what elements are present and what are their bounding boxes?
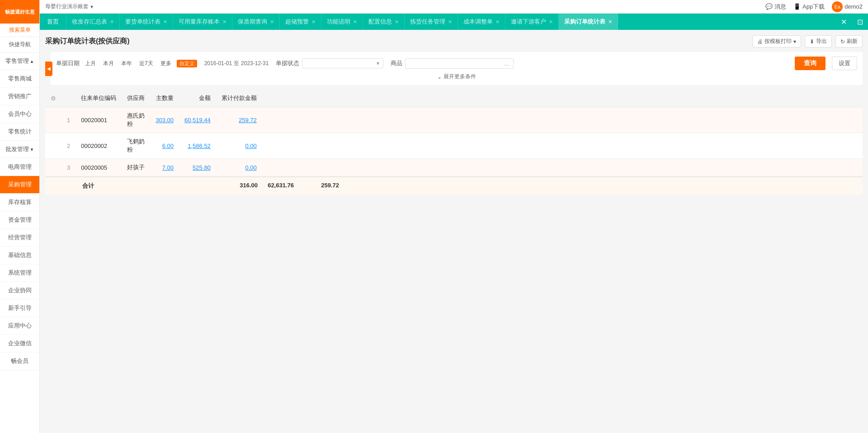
tab-shoufacun[interactable]: 收发存汇总表 ✕	[66, 14, 120, 30]
chevron-down-icon: ⌄	[437, 74, 442, 80]
sidebar-item-ecommerce[interactable]: 电商管理	[0, 158, 39, 176]
sidebar-item-wholesale[interactable]: 批发管理 ▼	[0, 141, 39, 158]
row-paid-2[interactable]: 0.00	[216, 159, 262, 176]
tab-keyongliang[interactable]: 可用量库存账本 ✕	[173, 14, 232, 30]
custom-date-tag[interactable]: 自定义	[177, 60, 197, 67]
sidebar-item-retail-stat[interactable]: 零售统计	[0, 123, 39, 141]
row-amount-2[interactable]: 525.80	[179, 159, 216, 176]
tab-jianhuo[interactable]: 拣货任务管理 ✕	[405, 14, 458, 30]
tab-peizhi[interactable]: 配置信息 ✕	[363, 14, 405, 30]
shortcut-7days[interactable]: 近7天	[137, 59, 156, 68]
shortcut-this-month[interactable]: 本月	[100, 59, 117, 68]
maximize-tab[interactable]: ⊡	[852, 14, 868, 30]
topbar: 母婴行业演示账套 ▾ 💬 消息 📱 App下载 Ea demo2	[40, 0, 868, 14]
close-tab-window[interactable]: ✕	[835, 14, 852, 30]
tab-yaohuo[interactable]: 要货单统计表 ✕	[120, 14, 173, 30]
sidebar-item-retail[interactable]: 零售管理 ▲	[0, 52, 39, 70]
tab-yaoqing[interactable]: 邀请下游客户 ✕	[505, 14, 559, 30]
row-code-1: 00020002	[75, 133, 122, 159]
app-download-label: App下载	[802, 3, 825, 11]
workspace-selector[interactable]: 母婴行业演示账套 ▾	[45, 3, 93, 10]
sidebar-item-wechat[interactable]: 企业微信	[0, 335, 39, 352]
tab-home[interactable]: 首页	[40, 14, 66, 30]
col-extra	[262, 90, 863, 107]
sidebar-item-vip[interactable]: 畅会员	[0, 352, 39, 370]
col-settings: ⚙	[45, 90, 61, 107]
settings-button[interactable]: 设置	[832, 57, 857, 70]
print-button[interactable]: 🖨 按模板打印 ▾	[752, 35, 801, 48]
message-label: 消息	[774, 3, 786, 11]
sidebar-item-finance[interactable]: 资金管理	[0, 211, 39, 229]
date-filter-item: 单据日期 上月 本月 本年 近7天 更多 自定义	[56, 59, 197, 68]
table-row: 3 00020005 好孩子 7.00 525.80 0.00	[45, 159, 863, 176]
app-download-button[interactable]: 📱 App下载	[793, 3, 825, 11]
refresh-button[interactable]: ↻ 刷新	[835, 35, 863, 48]
row-qty-0[interactable]: 303.00	[150, 107, 179, 133]
sidebar-item-marketing[interactable]: 营销推广	[0, 88, 39, 105]
footer-quantity: 316.00	[227, 182, 263, 190]
close-tab-9[interactable]: ✕	[495, 19, 500, 25]
shortcut-last-month[interactable]: 上月	[82, 59, 99, 68]
query-button[interactable]: 查询	[795, 57, 826, 70]
row-settings-2	[45, 159, 61, 176]
sidebar-item-nav[interactable]: 快捷导航	[0, 37, 39, 52]
status-chevron-icon: ▾	[377, 60, 379, 67]
goods-input[interactable]	[409, 60, 502, 67]
sidebar-item-purchase[interactable]: 采购管理	[0, 176, 39, 194]
sidebar-item-inventory[interactable]: 库存核算	[0, 194, 39, 211]
col-quantity: 主数量	[150, 90, 179, 107]
close-tab-6[interactable]: ✕	[353, 19, 357, 25]
tab-baozhi[interactable]: 保质期查询 ✕	[232, 14, 280, 30]
close-tab-1[interactable]: ✕	[110, 19, 114, 25]
row-paid-1[interactable]: 0.00	[216, 133, 262, 159]
filter-row: 单据日期 上月 本月 本年 近7天 更多 自定义 2016-01-01 至 20…	[56, 57, 857, 70]
sidebar-item-retail-shop[interactable]: 零售商城	[0, 70, 39, 88]
date-to: 2023-12-31	[241, 60, 269, 67]
sidebar-item-apps[interactable]: 应用中心	[0, 317, 39, 335]
sidebar-item-enterprise[interactable]: 企业协同	[0, 282, 39, 300]
shortcut-more[interactable]: 更多	[158, 59, 174, 68]
tab-chaochu[interactable]: 超储预警 ✕	[280, 14, 321, 30]
sidebar-item-newbie[interactable]: 新手引导	[0, 300, 39, 317]
export-button[interactable]: ⬇ 导出	[805, 35, 832, 48]
arrow-icon-2: ▼	[30, 147, 34, 152]
sidebar-item-operation[interactable]: 经营管理	[0, 229, 39, 247]
status-select[interactable]: ▾	[302, 58, 383, 68]
expand-more-button[interactable]: ⌄ 展开更多条件	[437, 73, 476, 81]
close-tab-8[interactable]: ✕	[448, 19, 452, 25]
search-menu-item[interactable]: 搜索菜单	[0, 24, 39, 37]
user-menu[interactable]: Ea demo2	[832, 1, 863, 12]
tab-chengben[interactable]: 成本调整单 ✕	[458, 14, 505, 30]
footer-paid: 259.72	[299, 182, 344, 190]
row-qty-2[interactable]: 7.00	[150, 159, 179, 176]
page-actions: 🖨 按模板打印 ▾ ⬇ 导出 ↻ 刷新	[752, 35, 863, 48]
table-settings-icon[interactable]: ⚙	[51, 95, 56, 102]
goods-more-icon[interactable]: …	[504, 60, 509, 67]
tab-caigou-active[interactable]: 采购订单统计表 ✕	[559, 14, 618, 30]
close-tab-7[interactable]: ✕	[395, 19, 399, 25]
tab-gongneng[interactable]: 功能说明 ✕	[321, 14, 363, 30]
close-tab-4[interactable]: ✕	[270, 19, 274, 25]
row-amount-0[interactable]: 60,519.44	[179, 107, 216, 133]
close-tab-2[interactable]: ✕	[163, 19, 167, 25]
date-filter-label: 单据日期	[56, 59, 80, 67]
goods-input-container: …	[405, 58, 514, 69]
row-amount-1[interactable]: 1,586.52	[179, 133, 216, 159]
close-tab-11[interactable]: ✕	[608, 19, 612, 25]
sidebar-item-system[interactable]: 系统管理	[0, 264, 39, 282]
filter-toggle-button[interactable]: ◀	[45, 62, 52, 76]
row-paid-0[interactable]: 259.72	[216, 107, 262, 133]
close-tab-3[interactable]: ✕	[222, 19, 226, 25]
close-tab-10[interactable]: ✕	[549, 19, 553, 25]
row-qty-1[interactable]: 6.00	[150, 133, 179, 159]
close-tab-5[interactable]: ✕	[311, 19, 316, 25]
sidebar-item-basic[interactable]: 基础信息	[0, 247, 39, 264]
message-button[interactable]: 💬 消息	[765, 3, 786, 11]
page-content: 采购订单统计表(按供应商) 🖨 按模板打印 ▾ ⬇ 导出 ↻ 刷新 ◀	[40, 30, 868, 433]
date-shortcuts: 上月 本月 本年 近7天 更多	[82, 59, 174, 68]
row-idx-2: 3	[61, 159, 75, 176]
print-dropdown-icon: ▾	[793, 38, 796, 45]
sidebar-item-member[interactable]: 会员中心	[0, 105, 39, 123]
shortcut-this-year[interactable]: 本年	[118, 59, 135, 68]
row-name-2: 好孩子	[122, 159, 150, 176]
